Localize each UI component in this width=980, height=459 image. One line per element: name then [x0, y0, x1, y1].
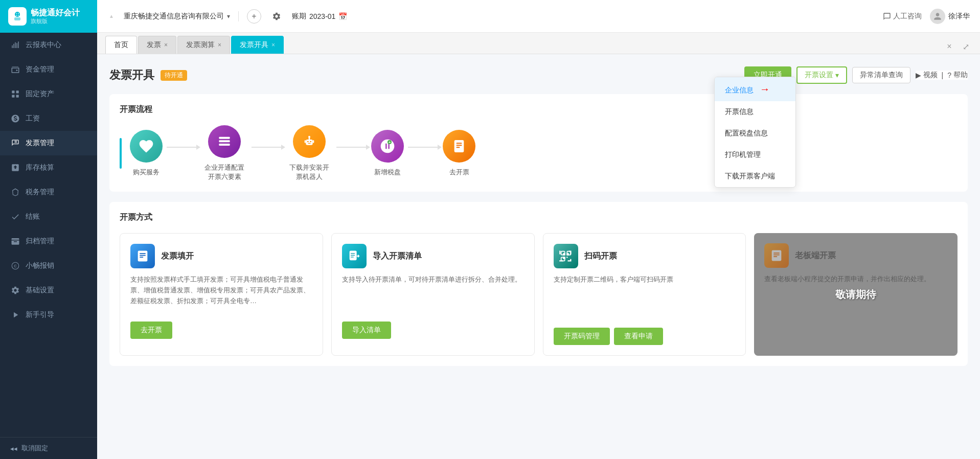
- svg-rect-9: [219, 140, 230, 142]
- robot-icon: [293, 125, 326, 158]
- dropdown-company-info[interactable]: 企业信息 →: [715, 77, 795, 101]
- tab-home[interactable]: 首页: [105, 36, 137, 54]
- scroll-up-btn[interactable]: ▲: [107, 13, 116, 19]
- svg-rect-5: [16, 95, 19, 98]
- wallet-icon: [10, 64, 20, 75]
- settings-button[interactable]: 开票设置 ▾: [796, 66, 847, 84]
- tax-icon: [10, 187, 20, 197]
- play-icon: ▶: [916, 71, 921, 79]
- tab-label: 发票: [147, 40, 161, 50]
- sidebar-item-label: 云报表中心: [26, 40, 61, 50]
- add-company-button[interactable]: +: [247, 9, 261, 24]
- method-card-fill: 发票填开 支持按照发票样式手工填开发票；可开具增值税电子普通发票、增值税普通发票…: [120, 233, 323, 356]
- import-icon: [342, 244, 367, 268]
- logo: 畅捷通好会计 旗舰版: [0, 0, 97, 33]
- company-selector[interactable]: 重庆畅捷交通信息咨询有限公司 ▾: [124, 12, 230, 21]
- settings-icon: [10, 285, 20, 295]
- tab-fapiao[interactable]: 发票 ×: [138, 36, 176, 54]
- settings-label: 开票设置: [805, 71, 833, 80]
- dropdown-invoice-info[interactable]: 开票信息: [715, 101, 795, 123]
- svg-rect-12: [307, 141, 309, 143]
- sidebar-item-guidang[interactable]: 归档管理: [0, 229, 97, 254]
- dropdown-tax-config[interactable]: 配置税盘信息: [715, 123, 795, 144]
- flow-step-3-label: 下载并安装开票机器人: [286, 163, 332, 181]
- close-tab-icon[interactable]: ×: [271, 41, 275, 49]
- avatar: [930, 9, 945, 24]
- video-label: 视频: [923, 71, 938, 80]
- user-info[interactable]: 徐泽华: [930, 9, 970, 24]
- sidebar-item-label: 固定资产: [26, 89, 54, 99]
- flow-connector: [163, 147, 201, 148]
- svg-rect-8: [219, 137, 230, 139]
- flow-step-2: 企业开通配置开票六要素: [201, 125, 247, 181]
- calendar-icon[interactable]: 📅: [338, 12, 347, 20]
- page-content: 发票开具 待开通 立即开通 开票设置 ▾ 异常清单查询 ▶ 视频 | ? 帮助: [97, 54, 980, 459]
- fill-icon: [130, 244, 155, 268]
- flow-step-5-label: 去开票: [449, 168, 469, 177]
- svg-rect-13: [310, 141, 311, 143]
- sidebar-item-xinshou[interactable]: 新手引导: [0, 303, 97, 327]
- sidebar-item-jichu[interactable]: 基础设置: [0, 278, 97, 303]
- method-card-scan: 扫码开票 支持定制开票二维码，客户端可扫码开票 开票码管理 查看申请: [543, 233, 746, 356]
- close-window-button[interactable]: ×: [943, 40, 955, 53]
- divider: [238, 11, 239, 21]
- method-card-import: 导入开票清单 支持导入待开票清单，可对待开票清单进行拆分、合并处理。 导入清单: [331, 233, 535, 356]
- dropdown-printer[interactable]: 打印机管理: [715, 144, 795, 166]
- flow-step-1-label: 购买服务: [133, 168, 159, 177]
- svg-text:+: +: [389, 140, 391, 145]
- view-apply-button[interactable]: 查看申请: [614, 328, 663, 345]
- sidebar-item-gongzi[interactable]: 工资: [0, 106, 97, 131]
- svg-rect-22: [457, 143, 462, 144]
- sidebar-item-jiezhang[interactable]: 结账: [0, 204, 97, 229]
- consult-button[interactable]: 人工咨询: [883, 12, 922, 21]
- pin-icon: ◂◂: [10, 445, 17, 452]
- sidebar-item-xiaobaoxiao[interactable]: C 小畅报销: [0, 254, 97, 278]
- flow-steps: 购买服务: [130, 125, 475, 181]
- maximize-button[interactable]: ⤢: [960, 40, 972, 53]
- svg-point-16: [308, 136, 310, 138]
- sidebar-item-gudingzichan[interactable]: 固定资产: [0, 82, 97, 106]
- tab-fapiaocesuan[interactable]: 发票测算 ×: [177, 36, 230, 54]
- close-tab-icon[interactable]: ×: [218, 41, 221, 49]
- svg-rect-26: [140, 253, 146, 254]
- tab-right-actions: × ⤢: [943, 40, 972, 54]
- dropdown-download-client[interactable]: 下载开票客户端: [715, 166, 795, 187]
- qrcode-manage-button[interactable]: 开票码管理: [554, 328, 610, 345]
- close-tab-icon[interactable]: ×: [164, 41, 168, 49]
- tab-bar: 首页 发票 × 发票测算 × 发票开具 × × ⤢: [97, 33, 980, 54]
- page-header: 发票开具 待开通 立即开通 开票设置 ▾ 异常清单查询 ▶ 视频 | ? 帮助: [109, 66, 968, 84]
- invoice2-icon: [443, 130, 475, 163]
- flow-step-4-label: 新增税盘: [374, 168, 401, 177]
- sidebar-item-yunbao[interactable]: 云报表中心: [0, 33, 97, 57]
- method-card-header: 扫码开票: [554, 244, 736, 268]
- svg-rect-11: [306, 140, 312, 145]
- sidebar-item-zijin[interactable]: 资金管理: [0, 57, 97, 82]
- sidebar-item-label: 资金管理: [26, 65, 54, 74]
- main-content: ▲ 重庆畅捷交通信息咨询有限公司 ▾ + 账期 2023-01 📅 人工咨询: [97, 0, 980, 459]
- settings-gear-icon[interactable]: [269, 9, 284, 24]
- inventory-icon: [10, 163, 20, 173]
- import-list-button[interactable]: 导入清单: [342, 322, 391, 339]
- exception-button[interactable]: 异常清单查询: [852, 67, 910, 83]
- svg-rect-31: [351, 255, 355, 256]
- sidebar-item-label: 归档管理: [26, 237, 54, 246]
- sidebar-bottom-action[interactable]: ◂◂ 取消固定: [0, 437, 97, 459]
- sidebar-bottom-label: 取消固定: [21, 444, 48, 453]
- sidebar-item-kucun[interactable]: 库存核算: [0, 155, 97, 180]
- consult-label: 人工咨询: [893, 12, 922, 21]
- sidebar-item-label: 税务管理: [26, 188, 54, 197]
- flow-section-title: 开票流程: [120, 104, 958, 115]
- video-button[interactable]: ▶ 视频 | ? 帮助: [916, 71, 968, 80]
- salary-icon: [10, 113, 20, 124]
- sidebar-item-label: 库存核算: [26, 163, 54, 172]
- sidebar-item-label: 基础设置: [26, 286, 54, 295]
- tab-fapiaokaiiu[interactable]: 发票开具 ×: [231, 36, 284, 54]
- method-card-boss: 老板端开票 查看老板端小程序提交的开票申请，并作出相应的处理。 敬请期待: [754, 233, 958, 356]
- red-arrow-icon: →: [760, 83, 770, 95]
- fill-invoice-button[interactable]: 去开票: [130, 322, 172, 339]
- sidebar-item-shuiwu[interactable]: 税务管理: [0, 180, 97, 204]
- method-desc: 支持定制开票二维码，客户端可扫码开票: [554, 274, 736, 315]
- svg-rect-1: [14, 17, 20, 20]
- sidebar-item-fapiao[interactable]: 发票管理: [0, 131, 97, 155]
- method-desc: 支持导入待开票清单，可对待开票清单进行拆分、合并处理。: [342, 274, 524, 315]
